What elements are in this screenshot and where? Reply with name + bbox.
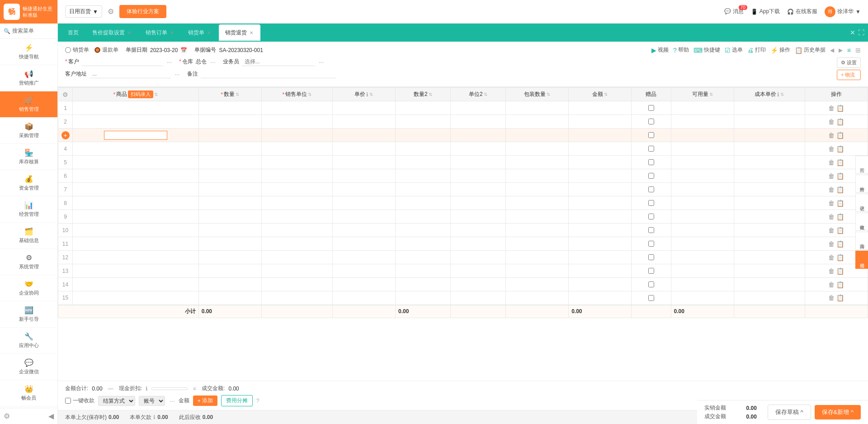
cell-data[interactable] [396, 142, 451, 156]
cell-available[interactable] [671, 169, 734, 183]
cell-goods[interactable] [73, 169, 199, 183]
cell-data[interactable] [261, 278, 332, 291]
cell-data[interactable] [332, 237, 395, 251]
save-draft-btn[interactable]: 保存草稿 ^ [768, 405, 811, 420]
cell-data[interactable] [396, 169, 451, 183]
sidebar-item-enterprise[interactable]: 🤝 企业协同 [0, 275, 57, 301]
sidebar-item-member[interactable]: 👑 畅会员 [0, 380, 57, 406]
cell-data[interactable] [332, 251, 395, 264]
sidebar-item-marketing[interactable]: 📢 营销推广 [0, 65, 57, 91]
delete-row-icon[interactable]: 🗑 [828, 145, 835, 152]
toolbar-print[interactable]: 🖨 打印 [747, 46, 766, 54]
cell-cost-price[interactable] [734, 129, 805, 142]
copy-row-icon[interactable]: 📋 [836, 254, 844, 261]
search-menu-item[interactable]: 🔍 搜索菜单 [0, 24, 57, 39]
account-search-icon[interactable]: ··· [170, 397, 175, 405]
cell-data[interactable] [332, 169, 395, 183]
cell-goods[interactable] [73, 129, 199, 142]
cell-cost-price[interactable] [734, 156, 805, 169]
cell-cost-price[interactable] [734, 264, 805, 278]
cell-data[interactable] [332, 156, 395, 169]
cell-cost-price[interactable] [734, 142, 805, 156]
cell-available[interactable] [671, 142, 734, 156]
message-btn[interactable]: 💬 70 消息 [724, 8, 743, 15]
col-settings-icon[interactable]: ⚙ [62, 91, 68, 98]
sidebar-item-inventory[interactable]: 🏪 库存核算 [0, 144, 57, 170]
logistics-btn[interactable]: + 物流 [837, 70, 861, 80]
cell-data[interactable] [505, 129, 568, 142]
cell-data[interactable] [569, 115, 632, 129]
toolbar-operate[interactable]: ⚡ 操作 [770, 46, 790, 54]
staff-input[interactable] [242, 57, 315, 66]
delete-row-icon[interactable]: 🗑 [828, 186, 835, 193]
cash-discount-info-icon[interactable]: ℹ [146, 386, 148, 392]
cell-data[interactable] [569, 142, 632, 156]
cell-data[interactable] [198, 156, 261, 169]
tab-price-settings-close[interactable]: ✕ [127, 30, 132, 35]
scan-input-btn[interactable]: 扫码录入 [128, 91, 153, 98]
cell-cost-price[interactable] [734, 278, 805, 291]
cell-goods[interactable] [73, 278, 199, 291]
cell-goods[interactable] [73, 156, 199, 169]
tab-home[interactable]: 首页 [61, 24, 85, 41]
one-click-payment-checkbox[interactable]: 一键收款 [65, 397, 94, 405]
cell-gift[interactable] [632, 251, 671, 264]
cell-data[interactable] [332, 115, 395, 129]
cell-gift[interactable] [632, 278, 671, 291]
cell-goods[interactable] [73, 196, 199, 210]
cell-gift[interactable] [632, 142, 671, 156]
cell-data[interactable] [396, 183, 451, 196]
sidebar-item-sales[interactable]: 🛒 销售管理 [0, 91, 57, 118]
sidebar-item-guide[interactable]: 🆕 新手引导 [0, 301, 57, 328]
cell-data[interactable] [450, 129, 505, 142]
rqb-active[interactable]: 活动 [855, 251, 868, 269]
delete-row-icon[interactable]: 🗑 [828, 294, 835, 301]
cell-data[interactable] [505, 115, 568, 129]
sidebar-item-basic[interactable]: 🗂️ 基础信息 [0, 223, 57, 249]
cell-data[interactable] [569, 264, 632, 278]
cell-available[interactable] [671, 156, 734, 169]
cell-data[interactable] [396, 101, 451, 115]
cell-data[interactable] [569, 278, 632, 291]
rqb-img[interactable]: 图 [855, 156, 868, 174]
cell-cost-price[interactable] [734, 224, 805, 237]
cell-data[interactable] [198, 224, 261, 237]
cell-available[interactable] [671, 224, 734, 237]
cell-data[interactable] [569, 196, 632, 210]
delete-row-icon[interactable]: 🗑 [828, 281, 835, 288]
cell-data[interactable] [450, 156, 505, 169]
cell-data[interactable] [505, 237, 568, 251]
rqb-attach[interactable]: 附件 [855, 175, 868, 193]
cell-data[interactable] [198, 210, 261, 224]
copy-row-icon[interactable]: 📋 [836, 132, 844, 139]
cell-cost-price[interactable] [734, 251, 805, 264]
radio-sales[interactable]: 销货单 [65, 46, 89, 54]
cell-data[interactable] [505, 278, 568, 291]
tab-sales-order[interactable]: 销售订单 ✕ [139, 24, 181, 41]
cell-available[interactable] [671, 291, 734, 305]
tab-sales-return-close[interactable]: ✕ [249, 30, 254, 35]
add-payment-btn[interactable]: + 添加 [193, 395, 217, 406]
cell-goods[interactable] [73, 183, 199, 196]
cell-data[interactable] [332, 129, 395, 142]
sidebar-item-finance[interactable]: 💰 资金管理 [0, 170, 57, 196]
cell-data[interactable] [450, 101, 505, 115]
copy-row-icon[interactable]: 📋 [836, 213, 844, 220]
cell-data[interactable] [569, 101, 632, 115]
cell-available[interactable] [671, 115, 734, 129]
cell-goods[interactable] [73, 224, 199, 237]
due-info-icon[interactable]: ℹ [153, 414, 156, 420]
cell-available[interactable] [671, 129, 734, 142]
radio-return[interactable]: 退款单 [94, 46, 118, 54]
copy-row-icon[interactable]: 📋 [836, 240, 844, 248]
tab-maximize-icon[interactable]: ⛶ [858, 29, 864, 36]
price-info-icon[interactable]: ℹ [366, 91, 368, 98]
delete-row-icon[interactable]: 🗑 [828, 200, 835, 207]
cell-data[interactable] [569, 224, 632, 237]
view-toggle-list[interactable]: ≡ [847, 47, 851, 54]
cell-data[interactable] [261, 115, 332, 129]
cell-data[interactable] [505, 156, 568, 169]
cell-data[interactable] [569, 251, 632, 264]
cell-data[interactable] [396, 115, 451, 129]
toolbar-history[interactable]: 📋 历史单据 [795, 46, 826, 54]
